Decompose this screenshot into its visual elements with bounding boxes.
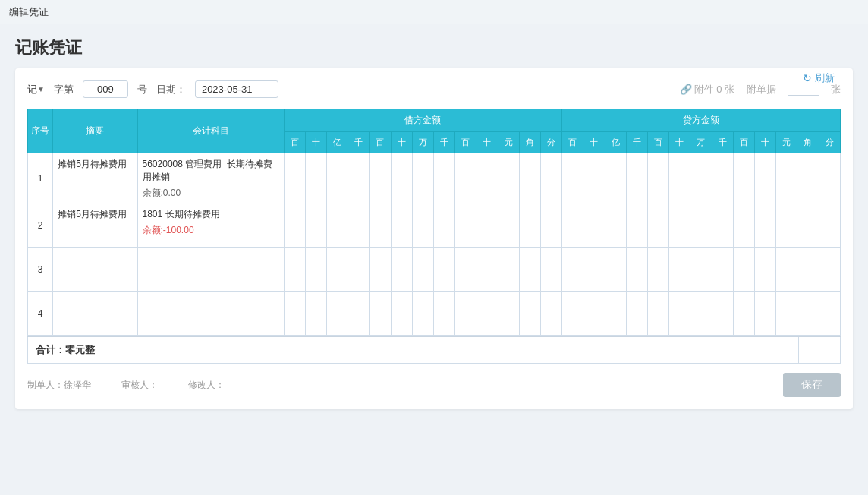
cell-credit-2-10[interactable] bbox=[776, 247, 797, 292]
cell-credit-2-3[interactable] bbox=[626, 247, 647, 292]
cell-credit-1-1[interactable] bbox=[583, 203, 605, 247]
cell-debit-2-3[interactable] bbox=[348, 247, 370, 292]
cell-credit-1-5[interactable] bbox=[669, 203, 690, 247]
cell-credit-2-0[interactable] bbox=[562, 247, 583, 292]
cell-debit-3-8[interactable] bbox=[455, 292, 476, 336]
cell-account-1[interactable]: 1801 长期待摊费用余额:-100.00 bbox=[137, 203, 284, 247]
cell-debit-2-9[interactable] bbox=[476, 247, 498, 292]
cell-account-3[interactable] bbox=[137, 292, 284, 336]
cell-debit-3-6[interactable] bbox=[412, 292, 433, 336]
cell-credit-3-0[interactable] bbox=[562, 292, 583, 336]
cell-credit-1-4[interactable] bbox=[647, 203, 668, 247]
cell-debit-3-3[interactable] bbox=[348, 292, 370, 336]
cell-credit-0-1[interactable] bbox=[583, 153, 605, 203]
cell-debit-3-7[interactable] bbox=[433, 292, 454, 336]
cell-credit-1-2[interactable] bbox=[605, 203, 626, 247]
cell-summary-3[interactable] bbox=[53, 292, 137, 336]
cell-credit-2-4[interactable] bbox=[647, 247, 668, 292]
cell-debit-2-0[interactable] bbox=[284, 247, 305, 292]
cell-credit-3-4[interactable] bbox=[647, 292, 668, 336]
cell-debit-2-12[interactable] bbox=[540, 247, 561, 292]
cell-debit-0-12[interactable] bbox=[540, 153, 561, 203]
cell-account-0[interactable]: 56020008 管理费用_长期待摊费用摊销余额:0.00 bbox=[137, 153, 284, 203]
cell-account-2[interactable] bbox=[137, 247, 284, 292]
cell-credit-0-11[interactable] bbox=[797, 153, 819, 203]
cell-debit-0-4[interactable] bbox=[370, 153, 391, 203]
cell-credit-3-7[interactable] bbox=[712, 292, 733, 336]
cell-credit-1-12[interactable] bbox=[819, 203, 840, 247]
cell-debit-2-4[interactable] bbox=[370, 247, 391, 292]
cell-debit-0-2[interactable] bbox=[326, 153, 348, 203]
cell-credit-0-7[interactable] bbox=[712, 153, 733, 203]
cell-credit-0-9[interactable] bbox=[754, 153, 775, 203]
cell-debit-3-4[interactable] bbox=[370, 292, 391, 336]
cell-credit-3-8[interactable] bbox=[733, 292, 754, 336]
cell-debit-3-11[interactable] bbox=[519, 292, 540, 336]
cell-debit-3-10[interactable] bbox=[498, 292, 519, 336]
cell-debit-2-5[interactable] bbox=[391, 247, 412, 292]
cell-debit-0-5[interactable] bbox=[391, 153, 412, 203]
cell-debit-2-10[interactable] bbox=[498, 247, 519, 292]
cell-credit-3-9[interactable] bbox=[754, 292, 775, 336]
cell-debit-1-1[interactable] bbox=[305, 203, 326, 247]
cell-credit-3-6[interactable] bbox=[690, 292, 712, 336]
cell-summary-1[interactable]: 摊销5月待摊费用 bbox=[53, 203, 137, 247]
cell-credit-0-8[interactable] bbox=[733, 153, 754, 203]
cell-credit-3-5[interactable] bbox=[669, 292, 690, 336]
cell-debit-3-12[interactable] bbox=[540, 292, 561, 336]
cell-debit-2-6[interactable] bbox=[412, 247, 433, 292]
cell-credit-2-1[interactable] bbox=[583, 247, 605, 292]
cell-debit-0-11[interactable] bbox=[519, 153, 540, 203]
cell-summary-2[interactable] bbox=[53, 247, 137, 292]
cell-credit-0-0[interactable] bbox=[562, 153, 583, 203]
cell-credit-3-11[interactable] bbox=[797, 292, 819, 336]
voucher-number-input[interactable] bbox=[83, 80, 128, 98]
cell-debit-2-1[interactable] bbox=[305, 247, 326, 292]
cell-debit-0-8[interactable] bbox=[455, 153, 476, 203]
cell-debit-0-6[interactable] bbox=[412, 153, 433, 203]
cell-credit-1-11[interactable] bbox=[797, 203, 819, 247]
cell-credit-3-12[interactable] bbox=[819, 292, 840, 336]
attachment-link[interactable]: 🔗 附件 0 张 bbox=[680, 83, 734, 96]
cell-credit-0-10[interactable] bbox=[776, 153, 797, 203]
cell-debit-2-7[interactable] bbox=[433, 247, 454, 292]
cell-credit-0-5[interactable] bbox=[669, 153, 690, 203]
cell-credit-1-7[interactable] bbox=[712, 203, 733, 247]
cell-credit-0-12[interactable] bbox=[819, 153, 840, 203]
cell-credit-2-7[interactable] bbox=[712, 247, 733, 292]
cell-credit-1-9[interactable] bbox=[754, 203, 775, 247]
cell-credit-0-6[interactable] bbox=[690, 153, 712, 203]
cell-credit-3-1[interactable] bbox=[583, 292, 605, 336]
cell-credit-0-3[interactable] bbox=[626, 153, 647, 203]
cell-credit-2-8[interactable] bbox=[733, 247, 754, 292]
cell-debit-1-8[interactable] bbox=[455, 203, 476, 247]
cell-debit-2-2[interactable] bbox=[326, 247, 348, 292]
cell-debit-1-10[interactable] bbox=[498, 203, 519, 247]
cell-debit-0-3[interactable] bbox=[348, 153, 370, 203]
cell-credit-2-11[interactable] bbox=[797, 247, 819, 292]
cell-debit-1-3[interactable] bbox=[348, 203, 370, 247]
cell-credit-0-2[interactable] bbox=[605, 153, 626, 203]
cell-credit-2-2[interactable] bbox=[605, 247, 626, 292]
cell-debit-1-6[interactable] bbox=[412, 203, 433, 247]
cell-debit-0-7[interactable] bbox=[433, 153, 454, 203]
cell-credit-2-5[interactable] bbox=[669, 247, 690, 292]
cell-debit-1-11[interactable] bbox=[519, 203, 540, 247]
cell-credit-2-6[interactable] bbox=[690, 247, 712, 292]
cell-debit-1-0[interactable] bbox=[284, 203, 305, 247]
cell-credit-3-2[interactable] bbox=[605, 292, 626, 336]
voucher-type-dropdown[interactable]: 记 ▼ bbox=[27, 83, 45, 96]
cell-debit-3-5[interactable] bbox=[391, 292, 412, 336]
cell-credit-1-8[interactable] bbox=[733, 203, 754, 247]
cell-debit-3-1[interactable] bbox=[305, 292, 326, 336]
cell-credit-1-10[interactable] bbox=[776, 203, 797, 247]
cell-debit-0-0[interactable] bbox=[284, 153, 305, 203]
date-input[interactable] bbox=[195, 80, 278, 98]
cell-debit-1-9[interactable] bbox=[476, 203, 498, 247]
cell-debit-3-2[interactable] bbox=[326, 292, 348, 336]
cell-debit-2-8[interactable] bbox=[455, 247, 476, 292]
cell-debit-1-12[interactable] bbox=[540, 203, 561, 247]
cell-debit-0-1[interactable] bbox=[305, 153, 326, 203]
cell-credit-3-3[interactable] bbox=[626, 292, 647, 336]
refresh-button[interactable]: ↻ 刷新 bbox=[803, 71, 835, 85]
